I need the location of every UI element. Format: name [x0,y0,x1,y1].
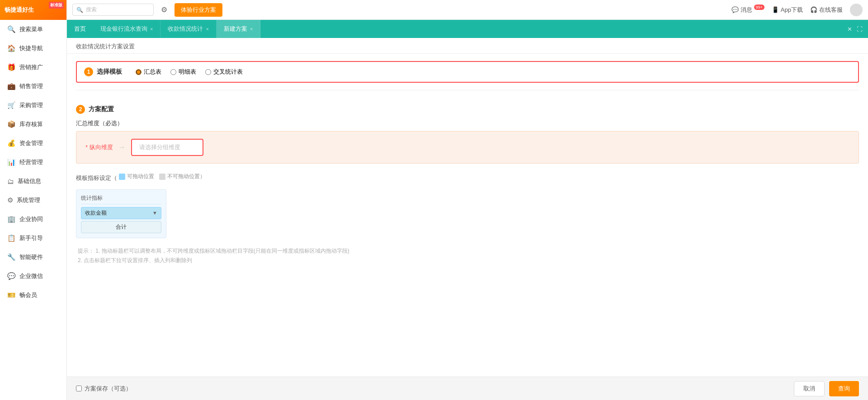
non-draggable-box-icon [159,174,165,180]
online-service-item[interactable]: 🎧 在线客服 [810,6,843,14]
tab-collection-stats[interactable]: 收款情况统计× [160,20,216,38]
radio-input-detail[interactable] [170,69,176,75]
radio-detail[interactable]: 明细表 [170,68,196,76]
sidebar-label-membership: 畅会员 [19,291,37,299]
app-download-label: App下载 [781,6,803,14]
save-option[interactable]: 方案保存（可选） [76,385,132,393]
sidebar-nav: 🔍搜索菜单🏠快捷导航🎁营销推广💼销售管理🛒采购管理📦库存核算💰资金管理📊经营管理… [0,20,66,400]
metrics-title-prefix: 模板指标设定（ [76,174,117,181]
sidebar-item-membership[interactable]: 🎫畅会员 [0,286,66,305]
notification-count: 99+ [754,5,764,10]
radio-input-summary[interactable] [136,69,142,75]
sidebar-label-search-menu: 搜索菜单 [19,25,43,33]
tab-label-new-plan: 新建方案 [224,25,247,33]
service-icon: 🎧 [810,6,817,13]
logo-text: 畅捷通好生 [5,6,34,14]
radio-summary[interactable]: 汇总表 [136,68,161,76]
sidebar-item-purchase[interactable]: 🛒采购管理 [0,96,66,115]
sidebar-icon-search-menu: 🔍 [7,25,16,33]
tips-section: 提示： 1. 拖动标题栏可以调整布局，不可跨维度或指标区域拖动栏目字段(只能在同… [76,247,859,264]
settings-icon[interactable]: ⚙ [161,5,167,14]
sidebar-item-enterprise-wechat[interactable]: 💬企业微信 [0,267,66,286]
step1-num: 1 [84,67,93,76]
tab-close-collection-stats[interactable]: × [206,26,208,32]
sidebar-item-enterprise[interactable]: 🏢企业协同 [0,210,66,229]
radio-label-summary: 汇总表 [144,68,161,76]
chip-label: 收款金额 [85,209,107,217]
bottom-bar: 方案保存（可选） 取消 查询 [67,376,868,400]
online-service-label: 在线客服 [819,6,843,14]
sidebar-label-purchase: 采购管理 [19,101,43,109]
sidebar-item-beginner[interactable]: 📋新手引导 [0,229,66,248]
tab-close-new-plan[interactable]: × [250,26,253,32]
tab-bank-flow[interactable]: 现金银行流水查询× [93,20,160,38]
sidebar-label-enterprise-wechat: 企业微信 [19,272,43,280]
sidebar-item-search-menu[interactable]: 🔍搜索菜单 [0,20,66,39]
dimension-title: 汇总维度（必选） [76,119,859,127]
search-placeholder: 搜索 [86,6,97,14]
sidebar-item-smart-hw[interactable]: 🔧智能硬件 [0,248,66,267]
search-icon: 🔍 [76,7,83,13]
step2-header: 2 方案配置 [76,105,859,114]
step1-section: 1 选择模板 汇总表明细表交叉统计表 [67,54,868,90]
template-radio-group: 汇总表明细表交叉统计表 [136,68,243,76]
step2-section: 2 方案配置 汇总维度（必选） * 纵向维度 → 请选择分组维度 模板指标设定（ [67,98,868,273]
radio-cross[interactable]: 交叉统计表 [205,68,243,76]
industry-button[interactable]: 体验行业方案 [175,3,222,17]
tab-home[interactable]: 首页 [67,20,93,38]
content-inner: 收款情况统计方案设置 1 选择模板 汇总表明细表交叉统计表 2 方案配置 [67,38,868,376]
logo-badge: 标准版 [49,2,64,9]
draggable-legend-box: 可拖动位置 [119,173,154,180]
tab-new-plan[interactable]: 新建方案× [217,20,260,38]
tab-close-bank-flow[interactable]: × [150,26,153,32]
step1-title: 选择模板 [97,68,122,76]
sidebar-label-system: 系统管理 [17,196,40,204]
metrics-grid-header: 统计指标 [81,194,161,204]
metrics-chip-amount[interactable]: 收款金额 ▼ [81,207,161,219]
main-area: 🔍 搜索 ⚙ 体验行业方案 💬 消息 99+ 📱 App下载 🎧 在线客服 首页… [67,0,868,400]
sidebar-icon-enterprise-wechat: 💬 [7,272,16,280]
sidebar-item-system[interactable]: ⚙系统管理 [0,191,66,210]
sidebar-item-sales[interactable]: 💼销售管理 [0,77,66,96]
sidebar-item-quick-nav[interactable]: 🏠快捷导航 [0,39,66,58]
close-window-icon[interactable]: ✕ [847,26,852,33]
topbar: 🔍 搜索 ⚙ 体验行业方案 💬 消息 99+ 📱 App下载 🎧 在线客服 [67,0,868,20]
step2-num: 2 [76,105,85,114]
sidebar-icon-purchase: 🛒 [7,101,16,109]
sidebar-icon-inventory: 📦 [7,120,16,128]
sidebar-item-inventory[interactable]: 📦库存核算 [0,115,66,134]
dimension-selector[interactable]: 请选择分组维度 [131,139,203,156]
sidebar-icon-membership: 🎫 [7,291,16,299]
sidebar-item-operations[interactable]: 📊经营管理 [0,153,66,172]
sidebar-label-capital: 资金管理 [19,139,43,147]
sidebar-label-quick-nav: 快捷导航 [19,44,43,52]
maximize-icon[interactable]: ⛶ [857,26,863,33]
app-download-item[interactable]: 📱 App下载 [772,6,803,14]
search-box[interactable]: 🔍 搜索 [72,4,154,16]
sidebar-item-marketing[interactable]: 🎁营销推广 [0,58,66,77]
sidebar-label-basic-info: 基础信息 [18,177,41,185]
chevron-down-icon: ▼ [152,210,157,216]
sidebar-icon-system: ⚙ [7,196,13,204]
sidebar-icon-quick-nav: 🏠 [7,44,16,52]
query-button[interactable]: 查询 [829,381,859,396]
sidebar-icon-basic-info: 🗂 [7,178,14,185]
cancel-button[interactable]: 取消 [794,381,825,396]
sidebar-icon-capital: 💰 [7,139,16,147]
sidebar-label-marketing: 营销推广 [19,63,43,71]
sidebar-item-basic-info[interactable]: 🗂基础信息 [0,172,66,191]
sidebar-item-capital[interactable]: 💰资金管理 [0,134,66,153]
dimension-row: * 纵向维度 → 请选择分组维度 [85,139,849,156]
notification-item[interactable]: 💬 消息 99+ [731,6,764,14]
save-checkbox[interactable] [76,386,82,391]
radio-input-cross[interactable] [205,69,211,75]
sidebar-icon-enterprise: 🏢 [7,215,16,223]
app-icon: 📱 [772,6,779,13]
metrics-grid: 统计指标 收款金额 ▼ 合计 [76,189,166,238]
tabs-bar: 首页现金银行流水查询×收款情况统计×新建方案×✕⛶ [67,20,868,38]
draggable-box-icon [119,174,125,180]
save-label: 方案保存（可选） [85,385,132,393]
sidebar-logo: 畅捷通好生 标准版 [0,0,66,20]
sidebar-icon-smart-hw: 🔧 [7,253,16,261]
draggable-label: 可拖动位置 [127,173,154,180]
